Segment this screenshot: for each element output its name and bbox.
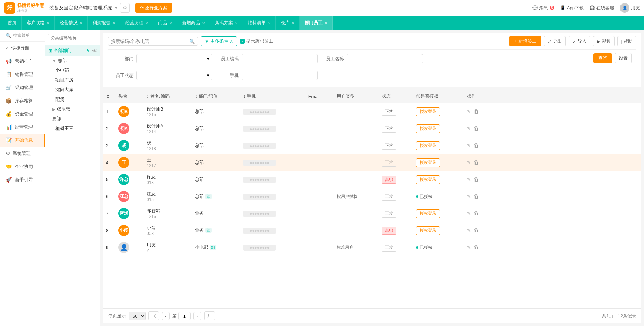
dept-node-small-electric[interactable]: 小电部 (45, 65, 100, 75)
prev-page-button[interactable]: ‹ (162, 312, 170, 320)
query-button[interactable]: 查询 (593, 53, 612, 63)
checkbox-icon: ✓ (240, 39, 245, 44)
delete-button[interactable]: 🗑 (474, 194, 479, 199)
close-icon[interactable]: ✕ (292, 21, 294, 25)
auth-login-button[interactable]: 授权登录 (416, 175, 440, 184)
export-button[interactable]: ↗ 导出 (544, 36, 566, 46)
tab-journey[interactable]: 经营历程 ✕ (120, 16, 153, 30)
sidebar-item-inventory[interactable]: 📦 库存核算 (0, 94, 45, 107)
delete-button[interactable]: 🗑 (474, 143, 479, 148)
tab-add-product[interactable]: 新增商品 ✕ (177, 16, 210, 30)
edit-button[interactable]: ✎ (467, 109, 471, 114)
last-page-button[interactable]: 》 (204, 311, 215, 320)
first-page-button[interactable]: 《 (148, 311, 159, 320)
dept-select[interactable]: ▾ (136, 54, 212, 63)
close-icon[interactable]: ✕ (169, 21, 172, 25)
app-download-button[interactable]: 📱 App下载 (560, 5, 584, 11)
employee-code-input[interactable] (242, 54, 318, 63)
tab-customer[interactable]: 客户联络 ✕ (22, 16, 55, 30)
dept-node-delivery[interactable]: 配货 (45, 95, 100, 104)
dept-node-project-room[interactable]: 项目库房 (45, 75, 100, 85)
gear-button[interactable]: ⚙ (120, 3, 130, 13)
status-select[interactable]: ▾ (136, 71, 212, 80)
tab-barcode[interactable]: 条码方案 ✕ (210, 16, 243, 30)
employee-search-input[interactable] (111, 39, 189, 44)
close-icon[interactable]: ✕ (47, 21, 49, 25)
edit-button[interactable]: ✎ (467, 160, 471, 165)
trial-button[interactable]: 体验行业方案 (135, 3, 172, 13)
edit-button[interactable]: ✎ (467, 177, 471, 182)
add-employee-button[interactable]: + 新增员工 (509, 36, 541, 46)
edit-button[interactable]: ✎ (467, 228, 471, 233)
dept-node-zongbu[interactable]: 总部 (45, 114, 100, 124)
delete-button[interactable]: 🗑 (474, 211, 479, 216)
employee-name-input[interactable] (347, 54, 423, 63)
close-icon[interactable]: ✕ (112, 21, 115, 25)
tab-warehouse[interactable]: 仓库 ✕ (276, 16, 300, 30)
message-button[interactable]: 💬 消息 5 (532, 5, 554, 11)
auth-login-button[interactable]: 授权登录 (416, 209, 440, 218)
delete-button[interactable]: 🗑 (474, 126, 479, 131)
import-button[interactable]: ↙ 导入 (569, 36, 590, 46)
sidebar-item-system[interactable]: ⚙ 系统管理 (0, 147, 45, 160)
edit-button[interactable]: ✎ (467, 143, 471, 148)
sidebar-item-nav[interactable]: ⌂ 快捷导航 (0, 42, 45, 55)
sidebar-item-marketing[interactable]: 📢 营销推广 (0, 55, 45, 68)
auth-login-button[interactable]: 授权登录 (416, 141, 440, 150)
sidebar-item-finance[interactable]: 💰 资金管理 (0, 107, 45, 121)
online-service-button[interactable]: 🎧 在线客服 (589, 5, 614, 11)
close-icon[interactable]: ✕ (325, 21, 327, 25)
th-status: 状态 (379, 90, 413, 103)
delete-button[interactable]: 🗑 (474, 160, 479, 165)
tab-profit[interactable]: 利润报告 ✕ (88, 16, 120, 30)
tab-bom[interactable]: 物料清单 ✕ (243, 16, 276, 30)
delete-button[interactable]: 🗑 (474, 177, 479, 182)
th-settings[interactable]: ⚙ (103, 90, 116, 103)
tab-home[interactable]: 首页 (3, 16, 22, 30)
sidebar-item-management[interactable]: 📊 经营管理 (0, 121, 45, 134)
page-size-select[interactable]: 50 (129, 312, 146, 320)
sidebar-item-purchase[interactable]: 🛒 采购管理 (0, 81, 45, 94)
dept-all-button[interactable]: ⊞ 全部部门 ✎ ≪ (45, 45, 100, 56)
view-button[interactable]: ▶ 视频 (593, 36, 615, 46)
dept-node-shenyang[interactable]: 沈阳大库 (45, 85, 100, 95)
auth-login-button[interactable]: 授权登录 (416, 226, 440, 235)
help-button[interactable]: | 帮助 (617, 36, 636, 46)
edit-dept-icon[interactable]: ✎ (85, 48, 91, 53)
sidebar-item-basic-info[interactable]: 📝 基础信息 (0, 134, 45, 147)
auth-login-button[interactable]: 授权登录 (416, 107, 440, 116)
next-page-button[interactable]: › (193, 312, 201, 320)
edit-button[interactable]: ✎ (467, 194, 471, 199)
show-resigned-checkbox[interactable]: ✓ 显示离职员工 (240, 38, 273, 44)
edit-button[interactable]: ✎ (467, 245, 471, 250)
edit-button[interactable]: ✎ (467, 126, 471, 131)
close-icon[interactable]: ✕ (145, 21, 148, 25)
more-filter-button[interactable]: ▼ 更多条件 ∧ (201, 36, 237, 46)
sidebar-item-sales[interactable]: 📋 销售管理 (0, 68, 45, 81)
dept-node-general[interactable]: ▼ 总部 (45, 56, 100, 65)
dept-node-plant-tree[interactable]: 植树王三 (45, 124, 100, 133)
collapse-icon[interactable]: ≪ (92, 48, 97, 53)
set-button[interactable]: 设置 (615, 53, 632, 63)
close-icon[interactable]: ✕ (268, 21, 271, 25)
phone-input[interactable] (242, 71, 318, 80)
auth-login-button[interactable]: 授权登录 (416, 124, 440, 133)
auth-login-button[interactable]: 授权登录 (416, 158, 440, 167)
user-button[interactable]: 👤 用友 (620, 3, 640, 13)
close-icon[interactable]: ✕ (80, 21, 82, 25)
close-icon[interactable]: ✕ (235, 21, 238, 25)
tab-employee[interactable]: 部门员工 ✕ (300, 16, 333, 30)
delete-button[interactable]: 🗑 (474, 228, 479, 233)
edit-button[interactable]: ✎ (467, 211, 471, 216)
delete-button[interactable]: 🗑 (474, 245, 479, 250)
delete-button[interactable]: 🗑 (474, 109, 479, 114)
sidebar-item-enterprise[interactable]: 🤝 企业协同 (0, 160, 45, 173)
dept-node-shuanglu[interactable]: ▶ 双鹿想 (45, 104, 100, 114)
tab-operations[interactable]: 经营情况 ✕ (55, 16, 88, 30)
sidebar-search[interactable]: 🔍 搜索菜单 (0, 30, 45, 42)
tab-product[interactable]: 商品 ✕ (153, 16, 177, 30)
dept-search-input[interactable] (48, 34, 100, 42)
page-number-input[interactable] (178, 312, 191, 320)
sidebar-item-guide[interactable]: 🚀 新手引导 (0, 173, 45, 186)
close-icon[interactable]: ✕ (202, 21, 205, 25)
